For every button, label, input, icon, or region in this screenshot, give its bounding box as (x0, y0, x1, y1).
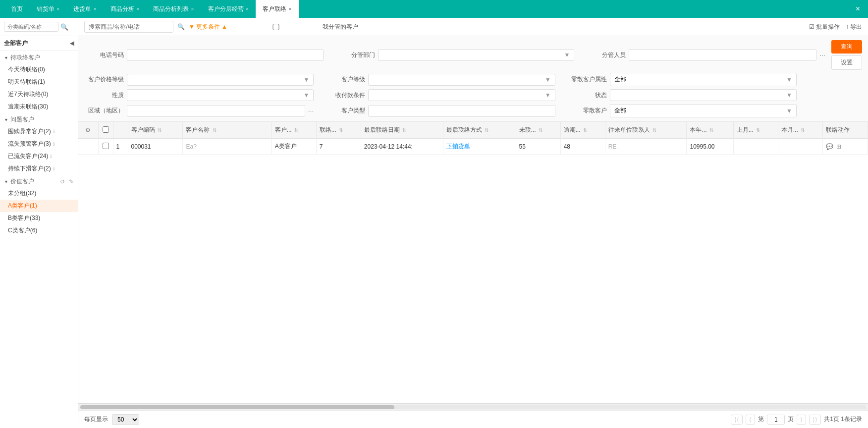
col-code[interactable]: 客户编码 ⇅ (128, 122, 183, 139)
first-page-button[interactable]: ⟨⟨ (731, 415, 743, 425)
nav-close-sales-order[interactable]: × (56, 6, 59, 12)
status-select[interactable]: ▼ (610, 89, 797, 101)
cust-type-input[interactable] (368, 105, 555, 117)
sidebar-search-icon[interactable]: 🔍 (60, 23, 68, 31)
col-this-year[interactable]: 本年... ⇅ (687, 122, 733, 139)
my-customer-checkbox[interactable]: 我分管的客户 (231, 23, 358, 31)
col-settings[interactable]: ⚙ (78, 122, 98, 139)
nav-close-purchase-order[interactable]: × (93, 6, 96, 12)
export-button[interactable]: ↑ 导出 (846, 23, 862, 31)
filter-cell-dept: 分管部门 ▼ (335, 49, 575, 61)
col-name[interactable]: 客户名称 ⇅ (183, 122, 271, 139)
value-group-edit-icon[interactable]: ✎ (69, 178, 74, 185)
last-method-link[interactable]: 下销货单 (446, 143, 470, 150)
horizontal-scrollbar[interactable] (78, 403, 868, 410)
payment-label: 收付款条件 (326, 91, 365, 100)
search-icon[interactable]: 🔍 (177, 23, 185, 30)
sidebar-group-pending[interactable]: ▼ 待联络客户 (0, 51, 78, 63)
scrollbar-thumb[interactable] (80, 405, 394, 409)
region-dots-button[interactable]: ··· (308, 107, 314, 115)
sidebar-item-class-a[interactable]: A类客户(1) (0, 200, 78, 212)
filter-row-3: 性质 ▼ 收付款条件 ▼ 状态 (84, 89, 862, 101)
nav-close-product-analysis[interactable]: × (136, 6, 139, 12)
filter-row-2: 客户价格等级 ▼ 客户等级 ▼ 零散客户属性 (84, 73, 862, 86)
page-size-select[interactable]: 50 100 200 (112, 414, 139, 425)
col-unit-contact[interactable]: 往来单位联系人 ⇅ (605, 122, 687, 139)
row-checkbox-cell (98, 139, 113, 155)
last-page-button[interactable]: ⟩⟩ (809, 415, 821, 425)
retail-arrow-icon: ▼ (786, 107, 792, 114)
row-grade-cell: A类客户 (271, 139, 316, 155)
value-group-refresh-icon[interactable]: ↺ (60, 178, 65, 185)
more-conditions-button[interactable]: ▼ 更多条件 ▲ (189, 23, 227, 31)
status-arrow-icon: ▼ (786, 92, 792, 99)
sidebar-item-churn-warning[interactable]: 流失预警客户(3) ℹ (0, 138, 78, 150)
search-input[interactable] (84, 21, 173, 33)
row-contact-cell: 7 (316, 139, 361, 155)
sidebar-item-churned[interactable]: 已流失客户(24) ℹ (0, 150, 78, 162)
col-contact[interactable]: 联络... ⇅ (316, 122, 361, 139)
row-this-month-cell (778, 139, 822, 155)
nav-close-customer-contact[interactable]: × (288, 6, 291, 12)
nav-home[interactable]: 首页 (4, 0, 30, 18)
scrollbar-track[interactable] (80, 405, 866, 409)
col-grade[interactable]: 客户... ⇅ (271, 122, 316, 139)
nav-product-analysis-list[interactable]: 商品分析列表 × (146, 0, 201, 18)
qr-icon[interactable]: ⊞ (836, 143, 841, 150)
sidebar-item-7day-pending[interactable]: 近7天待联络(0) (0, 88, 78, 101)
sidebar-item-declining[interactable]: 持续下滑客户(2) ℹ (0, 162, 78, 175)
row-last-month-cell (733, 139, 778, 155)
nav-product-analysis[interactable]: 商品分析 × (104, 0, 146, 18)
sidebar-item-hoarding-abnormal[interactable]: 囤购异常客户(2) ℹ (0, 125, 78, 138)
col-overdue[interactable]: 逾期... ⇅ (560, 122, 605, 139)
row-last-date-cell: 2023-04-12 14:44: (361, 139, 443, 155)
info-icon-hoarding: ℹ (53, 129, 55, 134)
select-all-checkbox[interactable] (103, 126, 109, 133)
row-checkbox[interactable] (103, 143, 109, 149)
nav-customer-contact[interactable]: 客户联络 × (256, 0, 298, 18)
sidebar-search-input[interactable] (4, 22, 58, 32)
batch-op-button[interactable]: ☑ 批量操作 (809, 23, 840, 31)
retail-select[interactable]: 全部 ▼ (610, 104, 797, 117)
nav-sales-order[interactable]: 销货单 × (30, 0, 66, 18)
settings-button[interactable]: 设置 (831, 55, 862, 70)
prev-page-button[interactable]: ⟨ (746, 415, 755, 425)
col-last-month[interactable]: 上月... ⇅ (733, 122, 778, 139)
retail-attr-select[interactable]: 全部 ▼ (610, 73, 797, 86)
col-last-method[interactable]: 最后联络方式 ⇅ (443, 122, 516, 139)
close-all-button[interactable]: × (852, 4, 864, 13)
col-last-date[interactable]: 最后联络日期 ⇅ (361, 122, 443, 139)
nav-purchase-order[interactable]: 进货单 × (66, 0, 103, 18)
col-this-month[interactable]: 本月... ⇅ (778, 122, 822, 139)
query-button[interactable]: 查询 (831, 40, 862, 54)
row-no-contact-cell: 55 (516, 139, 560, 155)
page-number-input[interactable] (767, 415, 785, 425)
sidebar-item-class-c[interactable]: C类客户(6) (0, 224, 78, 237)
dept-select[interactable]: ▼ (378, 49, 575, 61)
sidebar-item-overdue-pending[interactable]: 逾期未联络(30) (0, 101, 78, 113)
sidebar-item-tomorrow-pending[interactable]: 明天待联络(1) (0, 76, 78, 88)
sidebar-item-today-pending[interactable]: 今天待联络(0) (0, 63, 78, 76)
nature-select[interactable]: ▼ (127, 89, 314, 101)
my-customer-check[interactable] (231, 24, 321, 30)
chat-icon[interactable]: 💬 (826, 143, 833, 150)
cust-grade-select[interactable]: ▼ (368, 74, 555, 86)
region-input[interactable] (127, 105, 305, 117)
next-page-button[interactable]: ⟩ (797, 415, 806, 425)
sidebar-item-class-b[interactable]: B类客户(33) (0, 212, 78, 224)
sidebar-collapse-button[interactable]: ◀ (70, 40, 74, 47)
phone-input[interactable] (127, 49, 324, 61)
nav-close-product-analysis-list[interactable]: × (191, 6, 194, 12)
payment-select[interactable]: ▼ (368, 89, 555, 101)
price-grade-select[interactable]: ▼ (127, 74, 314, 86)
column-settings-icon[interactable]: ⚙ (85, 127, 91, 134)
sidebar-group-value[interactable]: ▼ 价值客户 ↺ ✎ (0, 175, 78, 187)
sidebar-group-problem[interactable]: ▼ 问题客户 (0, 113, 78, 125)
manager-dots-button[interactable]: ··· (819, 51, 825, 59)
nav-customer-segment[interactable]: 客户分层经营 × (201, 0, 256, 18)
col-no-contact[interactable]: 未联... ⇅ (516, 122, 560, 139)
sidebar-all-customers-header[interactable]: 全部客户 ◀ (0, 36, 78, 51)
manager-input[interactable] (629, 49, 816, 61)
sidebar-item-unclassified[interactable]: 未分组(32) (0, 187, 78, 200)
nav-close-customer-segment[interactable]: × (246, 6, 249, 12)
